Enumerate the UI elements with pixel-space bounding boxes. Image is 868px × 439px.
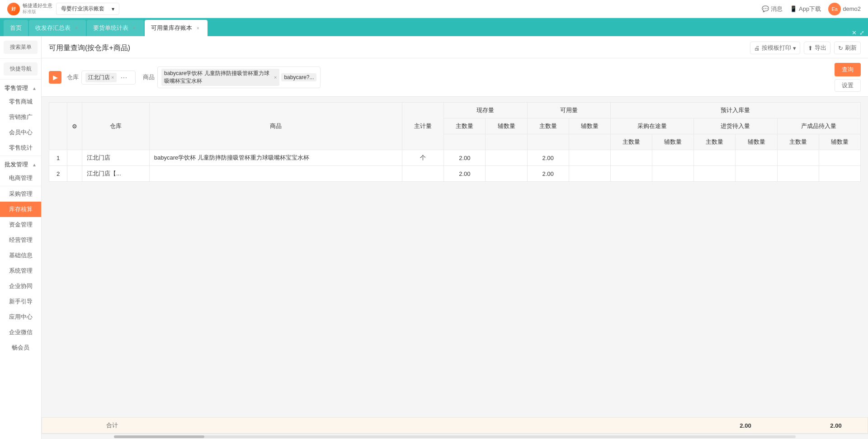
filter-action-btns: 查询 设置 [835,63,861,92]
table-area: ⚙ 仓库 商品 主计量 现存量 可用量 预计入库量 主数量 辅数量 主数量 辅数… [42,97,868,417]
logo-text: 畅捷通好生意 标准版 [23,3,52,15]
tab-receive-send[interactable]: 收发存汇总表 × [29,20,86,36]
col-planned-inbound-group: 预计入库量 [610,103,860,118]
col-warehouse: 仓库 [82,103,150,150]
refresh-btn[interactable]: ↻ 刷新 [834,42,861,54]
sidebar-item-ecommerce[interactable]: 电商管理 [0,170,41,186]
query-btn[interactable]: 查询 [835,63,861,76]
sidebar-group-retail-header[interactable]: 零售管理 ▲ [0,80,41,94]
sidebar-group-retail: 零售管理 ▲ 零售商城 营销推广 会员中心 零售统计 [0,80,41,156]
cell-ip-main [694,150,736,166]
col-av-aux-qty [569,134,610,150]
col-inbound-pending-group: 进货待入量 [694,118,777,134]
product-input[interactable]: babycare学饮杯 儿童防摔防撞吸管杯重力球吸嘴杯宝宝水杯 × babyca… [157,66,321,88]
tab-receive-send-close[interactable]: × [73,25,80,31]
sidebar-group-wholesale-header[interactable]: 批发管理 ▲ [0,156,41,170]
sidebar-item-members[interactable]: 会员中心 [0,125,41,140]
remove-product-tag-1[interactable]: × [274,75,277,80]
sidebar-item-finance[interactable]: 资金管理 [0,217,41,232]
tab-order-stats-close[interactable]: × [131,25,137,31]
col-current-main: 主数量 [444,118,486,134]
chevron-down-icon: ▾ [112,6,114,12]
remove-warehouse-tag[interactable]: × [111,75,114,80]
search-menu-button[interactable]: 搜索菜单 [4,41,38,54]
main-layout: 搜索菜单 快捷导航 零售管理 ▲ 零售商城 营销推广 会员中心 零售统计 批发管… [0,36,868,439]
header-actions: 🖨 按模板打印 ▾ ⬆ 导出 ↻ 刷新 [750,42,861,54]
quick-nav-button[interactable]: 快捷导航 [4,62,38,76]
scrollbar-thumb[interactable] [114,435,204,438]
sidebar-item-newguide[interactable]: 新手引导 [0,294,41,309]
cell-current-main: 2.00 [444,166,486,182]
col-av-main-qty [527,134,569,150]
col-pp-main: 主数量 [777,134,819,150]
sidebar-item-retail-stats[interactable]: 零售统计 [0,140,41,156]
sidebar-quick-nav-area: 快捷导航 [0,59,41,80]
product-filter: 商品 babycare学饮杯 儿童防摔防撞吸管杯重力球吸嘴杯宝宝水杯 × bab… [143,66,321,88]
cell-current-aux [486,150,527,166]
col-purchase-transit-group: 采购在途量 [610,118,693,134]
nav-tabs: 首页 收发存汇总表 × 要货单统计表 × 可用量库存账本 × ✕ ⤢ [0,18,868,36]
top-bar-left: 好 畅捷通好生意 标准版 母婴行业演示账套 ▾ [7,3,119,15]
cell-current-aux [486,166,527,182]
warehouse-filter: 仓库 江北门店 × ··· [67,71,136,85]
sidebar-item-system[interactable]: 系统管理 [0,263,41,279]
chevron-down-icon: ▲ [32,162,37,167]
cell-pp-main [777,166,819,182]
sidebar-item-retail-mall[interactable]: 零售商城 [0,94,41,109]
tab-available-stock-label: 可用量库存账本 [151,24,192,32]
filter-toggle-btn[interactable]: ▶ [49,71,61,84]
sidebar-group-wholesale: 批发管理 ▲ 电商管理 [0,156,41,186]
filter-fields: 仓库 江北门店 × ··· 商品 babycare学饮杯 儿童防摔防撞吸管杯重力… [67,66,829,88]
sidebar-item-appcenter[interactable]: 应用中心 [0,309,41,325]
warehouse-input[interactable]: 江北门店 × ··· [81,71,136,85]
cell-pp-aux [819,166,860,182]
sidebar-item-basic[interactable]: 基础信息 [0,248,41,263]
tab-home-label: 首页 [10,24,22,32]
store-selector[interactable]: 母婴行业演示账套 ▾ [56,3,119,15]
sidebar-item-stock[interactable]: 库存核算 [0,202,41,217]
footer-current-total: 2.00 [718,422,773,429]
sidebar-item-marketing[interactable]: 营销推广 [0,109,41,125]
cell-product: babycare学饮杯 儿童防摔防撞吸管杯重力球吸嘴杯宝宝水杯 [149,150,402,166]
top-bar: 好 畅捷通好生意 标准版 母婴行业演示账套 ▾ 💬 消息 📱 App下载 Ea … [0,0,868,18]
page-title: 可用量查询(按仓库+商品) [49,43,130,53]
tab-order-stats[interactable]: 要货单统计表 × [87,20,144,36]
col-settings[interactable]: ⚙ [67,103,82,150]
product-tag-1: babycare学饮杯 儿童防摔防撞吸管杯重力球吸嘴杯宝宝水杯 × [161,69,279,86]
filter-bar: ▶ 仓库 江北门店 × ··· 商品 b [42,58,868,97]
app-icon: 📱 [790,5,797,12]
sidebar-item-corp[interactable]: 企业协同 [0,279,41,294]
content-header: 可用量查询(按仓库+商品) 🖨 按模板打印 ▾ ⬆ 导出 ↻ 刷新 [42,36,868,58]
col-rownum [49,103,67,150]
setting-btn[interactable]: 设置 [835,79,861,92]
sidebar-item-purchase[interactable]: 采购管理 [0,186,41,202]
tab-available-stock[interactable]: 可用量库存账本 × [145,20,208,36]
sidebar-item-member[interactable]: 畅会员 [0,340,41,355]
cell-avail-main: 2.00 [527,150,569,166]
tab-home[interactable]: 首页 [4,20,28,36]
cell-avail-aux [569,150,610,166]
message-icon: 💬 [762,5,769,12]
col-available-group: 可用量 [527,103,610,118]
data-table: ⚙ 仓库 商品 主计量 现存量 可用量 预计入库量 主数量 辅数量 主数量 辅数… [49,102,861,182]
expand-window-icon[interactable]: ⤢ [859,29,864,36]
close-window-icon[interactable]: ✕ [852,29,857,36]
message-btn[interactable]: 💬 消息 [762,5,783,13]
sidebar-item-ops[interactable]: 经营管理 [0,232,41,248]
col-cs-main-qty [444,134,486,150]
tab-order-stats-label: 要货单统计表 [93,24,128,32]
app-download-btn[interactable]: 📱 App下载 [790,5,821,13]
scrollbar-track[interactable] [114,435,796,438]
cell-settings [67,150,82,166]
table-row: 2 江北门店【... 2.00 2.00 [49,166,861,182]
sidebar-item-corpwechat[interactable]: 企业微信 [0,325,41,340]
more-options-btn[interactable]: ··· [118,73,129,82]
export-btn[interactable]: ⬆ 导出 [804,42,830,54]
cell-ip-aux [736,150,777,166]
template-print-btn[interactable]: 🖨 按模板打印 ▾ [750,42,800,54]
table-footer: 合计 2.00 2.00 [42,417,868,434]
product-label: 商品 [143,73,155,81]
col-current-stock-group: 现存量 [444,103,527,118]
tab-available-stock-close[interactable]: × [195,25,201,31]
user-area[interactable]: Ea demo2 [828,3,861,15]
